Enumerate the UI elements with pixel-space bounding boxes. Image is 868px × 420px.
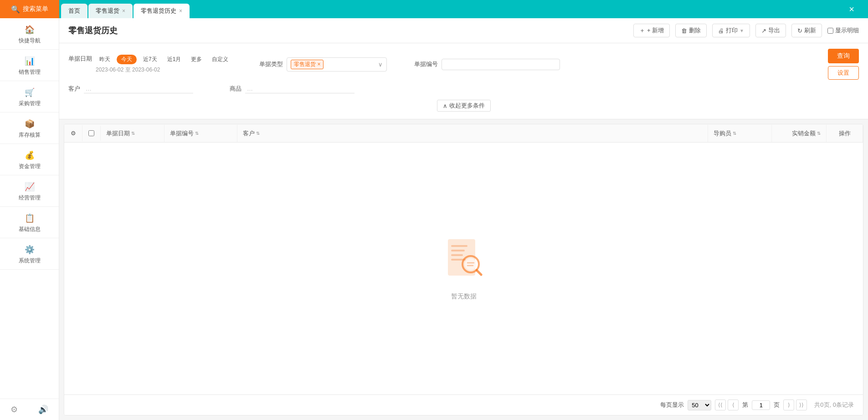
display-detail-toggle[interactable]: 显示明细 bbox=[827, 26, 859, 35]
table-header: ⚙ 单据日期 ⇅ 单据编号 ⇅ 客户 ⇅ 导购员 bbox=[64, 124, 863, 143]
date-btn-custom[interactable]: 自定义 bbox=[208, 55, 232, 64]
svg-line-7 bbox=[477, 270, 481, 275]
filter-area: 单据日期 昨天 今天 近7天 近1月 更多 自定义 2023-06-02 至 2… bbox=[59, 43, 868, 119]
date-filter-buttons: 昨天 今天 近7天 近1月 更多 自定义 bbox=[96, 55, 232, 64]
window-close-button[interactable]: × bbox=[844, 4, 859, 15]
date-btn-7days[interactable]: 近7天 bbox=[139, 55, 161, 64]
print-chevron-icon: ▼ bbox=[740, 28, 744, 33]
empty-state: 暂无数据 bbox=[64, 143, 863, 394]
add-button[interactable]: ＋ + 新增 bbox=[633, 24, 670, 37]
date-btn-1month[interactable]: 近1月 bbox=[164, 55, 185, 64]
delete-button[interactable]: 🗑 删除 bbox=[675, 24, 707, 37]
refresh-button[interactable]: ↻ 刷新 bbox=[791, 24, 822, 37]
tab-home-label: 首页 bbox=[68, 7, 80, 15]
goods-label: 商品 bbox=[230, 85, 241, 93]
page-first-button[interactable]: ⟨⟨ bbox=[715, 400, 726, 410]
page-label-after: 页 bbox=[774, 401, 780, 409]
tab-home[interactable]: 首页 bbox=[61, 4, 87, 18]
top-bar: 🔍 搜索菜单 首页 零售退货 × 零售退货历史 × × bbox=[0, 0, 868, 18]
sidebar-item-sales[interactable]: 📊 销售管理 bbox=[0, 50, 59, 81]
date-btn-yesterday[interactable]: 昨天 bbox=[96, 55, 114, 64]
th-action-label: 操作 bbox=[839, 129, 851, 138]
doc-type-tag-value: 零售退货 bbox=[294, 61, 316, 68]
customer-input-area[interactable]: … bbox=[84, 84, 193, 93]
refresh-label: 刷新 bbox=[804, 26, 816, 35]
page-label-before: 第 bbox=[742, 401, 748, 409]
gear-icon[interactable]: ⚙ bbox=[10, 405, 18, 415]
sort-date-icon: ⇅ bbox=[131, 131, 135, 136]
date-btn-today[interactable]: 今天 bbox=[117, 55, 137, 64]
page-last-button[interactable]: ⟩⟩ bbox=[796, 400, 807, 410]
delete-label: 删除 bbox=[689, 26, 701, 35]
empty-doc-illustration bbox=[441, 237, 487, 287]
tab-retail-return-history[interactable]: 零售退货历史 × bbox=[134, 4, 190, 18]
doc-no-input[interactable] bbox=[442, 59, 560, 70]
svg-rect-0 bbox=[448, 239, 475, 276]
goods-filter: 商品 … bbox=[230, 84, 354, 93]
sidebar-item-finance[interactable]: 💰 资金管理 bbox=[0, 144, 59, 175]
filter-settings-button[interactable]: 设置 bbox=[828, 66, 859, 80]
sales-icon: 📊 bbox=[25, 56, 35, 66]
doc-type-remove-icon[interactable]: × bbox=[317, 61, 320, 67]
sidebar-item-sales-label: 销售管理 bbox=[19, 68, 41, 76]
goods-dotdot: … bbox=[247, 85, 253, 92]
page-prev-button[interactable]: ⟨ bbox=[728, 400, 739, 410]
collapse-button[interactable]: ∧ 收起更多条件 bbox=[437, 100, 491, 112]
sidebar-item-system[interactable]: ⚙️ 系统管理 bbox=[0, 238, 59, 270]
close-icon[interactable]: × bbox=[122, 8, 125, 14]
sidebar-item-system-label: 系统管理 bbox=[19, 257, 41, 265]
th-guide[interactable]: 导购员 ⇅ bbox=[708, 125, 772, 142]
goods-input-area[interactable]: … bbox=[245, 84, 354, 93]
sidebar-item-basic-info-label: 基础信息 bbox=[19, 225, 41, 233]
export-button[interactable]: ↗ 导出 bbox=[755, 24, 786, 37]
refresh-icon: ↻ bbox=[797, 27, 802, 34]
date-btn-more[interactable]: 更多 bbox=[187, 55, 205, 64]
doc-type-select[interactable]: 零售退货 × ∨ bbox=[287, 57, 387, 72]
search-icon: 🔍 bbox=[11, 5, 20, 14]
sidebar-item-inventory[interactable]: 📦 库存核算 bbox=[0, 113, 59, 144]
sidebar-item-purchase[interactable]: 🛒 采购管理 bbox=[0, 81, 59, 113]
doc-no-filter: 单据编号 bbox=[414, 59, 560, 70]
sidebar-item-basic-info[interactable]: 📋 基础信息 bbox=[0, 207, 59, 238]
purchase-icon: 🛒 bbox=[25, 87, 35, 97]
print-button[interactable]: 🖨 打印 ▼ bbox=[712, 24, 750, 37]
page-next-button[interactable]: ⟩ bbox=[783, 400, 794, 410]
sidebar-item-operations-label: 经营管理 bbox=[19, 194, 41, 202]
close-icon[interactable]: × bbox=[179, 8, 182, 14]
page-size-select[interactable]: 10 20 50 100 bbox=[688, 400, 711, 410]
svg-rect-2 bbox=[451, 250, 465, 251]
doc-date-filter: 单据日期 昨天 今天 近7天 近1月 更多 自定义 2023-06-02 至 2… bbox=[68, 55, 232, 74]
sidebar-item-inventory-label: 库存核算 bbox=[19, 131, 41, 139]
filter-row-2: 客户 … 商品 … bbox=[68, 84, 859, 93]
tab-retail-return[interactable]: 零售退货 × bbox=[88, 4, 133, 18]
print-label: 打印 bbox=[726, 26, 738, 35]
sidebar-item-operations[interactable]: 📈 经营管理 bbox=[0, 175, 59, 207]
finance-icon: 💰 bbox=[25, 150, 35, 160]
sidebar-item-quicknav[interactable]: 🏠 快捷导航 bbox=[0, 18, 59, 50]
th-checkbox[interactable] bbox=[82, 126, 101, 141]
th-docno[interactable]: 单据编号 ⇅ bbox=[164, 125, 237, 142]
customer-dotdot: … bbox=[86, 85, 92, 92]
tab-bar: 首页 零售退货 × 零售退货历史 × bbox=[59, 0, 844, 18]
th-customer[interactable]: 客户 ⇅ bbox=[237, 125, 708, 142]
volume-icon[interactable]: 🔊 bbox=[38, 405, 48, 415]
th-date[interactable]: 单据日期 ⇅ bbox=[101, 125, 164, 142]
page-number-input[interactable] bbox=[752, 400, 770, 410]
doc-type-tag: 零售退货 × bbox=[291, 60, 324, 69]
page-nav: ⟨⟨ ⟨ 第 页 ⟩ ⟩⟩ bbox=[715, 400, 807, 410]
th-settings[interactable]: ⚙ bbox=[64, 125, 82, 141]
search-menu-label: 搜索菜单 bbox=[23, 5, 48, 13]
th-date-label: 单据日期 bbox=[106, 129, 130, 138]
pagination: 每页显示 10 20 50 100 ⟨⟨ ⟨ 第 页 ⟩ ⟩⟩ 共0页, 0条记… bbox=[64, 394, 863, 415]
search-menu-bar[interactable]: 🔍 搜索菜单 bbox=[0, 0, 59, 18]
th-guide-label: 导购员 bbox=[714, 129, 731, 138]
page-size-label: 每页显示 bbox=[660, 401, 684, 409]
th-amount[interactable]: 实销金额 ⇅ bbox=[772, 125, 827, 142]
content-area: 零售退货历史 ＋ + 新增 🗑 删除 🖨 打印 ▼ ↗ 导出 bbox=[59, 18, 868, 420]
display-detail-checkbox[interactable] bbox=[827, 28, 833, 34]
th-customer-label: 客户 bbox=[243, 129, 255, 138]
th-action: 操作 bbox=[827, 125, 863, 142]
top-bar-right: × bbox=[844, 4, 868, 15]
query-button[interactable]: 查询 bbox=[828, 49, 859, 63]
select-all-checkbox[interactable] bbox=[88, 130, 94, 136]
